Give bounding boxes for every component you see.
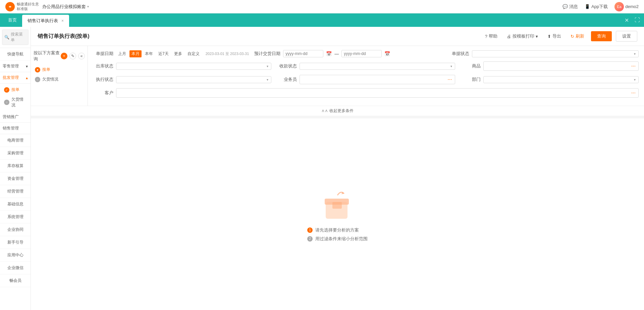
date-tab-more[interactable]: 更多: [172, 50, 184, 57]
filter-collapse-btn[interactable]: ∧∧ 收起更多条件: [31, 106, 644, 116]
date-tab-7days[interactable]: 近7天: [156, 50, 171, 57]
download-icon: 📱: [585, 4, 590, 9]
sidebar-search-btn[interactable]: 🔍 搜索菜单: [2, 30, 29, 45]
refresh-btn[interactable]: ↻ 刷新: [568, 32, 587, 41]
logo-area: 畅捷通好生意 标准版: [5, 2, 39, 11]
sidebar-subitem-shortage[interactable]: ○ 欠货情况: [3, 95, 28, 110]
sidebar-item-sales[interactable]: 销售管理: [0, 123, 31, 134]
export-btn[interactable]: ⬆ 导出: [545, 32, 564, 41]
goods-select[interactable]: ···: [483, 61, 639, 71]
expected-date-start[interactable]: [283, 50, 323, 57]
doc-status-select[interactable]: ▾: [472, 50, 639, 57]
payment-label: 收款状态: [277, 63, 297, 69]
sidebar-subitem-byorder[interactable]: ✓ 按单: [3, 85, 28, 95]
date-tab-this-month[interactable]: 本月: [129, 50, 142, 57]
app-logo-icon: [5, 2, 15, 11]
filter-top: 按以下方案查询 + ✎ « ● 按单 ○ 欠货情况: [31, 46, 644, 106]
empty-text: 1 请先选择要分析的方案 2 用过滤条件来缩小分析范围: [307, 227, 368, 242]
header-right: 💬 消息 📱 App下载 Ea demo2: [562, 2, 639, 11]
wholesale-sub-menu: ✓ 按单 ○ 欠货情况: [0, 84, 31, 111]
sidebar-item-inventory[interactable]: 库存核算: [0, 160, 31, 172]
customer-more-btn[interactable]: ···: [631, 90, 636, 96]
top-header: 畅捷通好生意 标准版 办公用品行业模拟账套 ▾ 💬 消息 📱 App下载 Ea …: [0, 0, 644, 13]
salesman-more-btn[interactable]: ···: [447, 76, 452, 83]
tab-sales-order[interactable]: 销售订单执行表 ×: [22, 15, 69, 27]
filter-main: 单据日期 上月 本月 本年 近7天 更多 自定义 2023-03-01 至 20…: [88, 46, 644, 106]
window-close-btn[interactable]: ✕: [623, 16, 631, 24]
customer-select[interactable]: ···: [116, 88, 639, 98]
window-maximize-btn[interactable]: ⛶: [633, 16, 641, 24]
date-label: 单据日期: [93, 51, 113, 57]
sidebar: 🔍 搜索菜单 快捷导航 零售管理 ▾ 批发管理 ▴ ✓ 按单 ○ 欠货情况: [0, 27, 31, 310]
tab-bar-controls: ✕ ⛶: [623, 16, 641, 24]
refresh-icon: ↻: [571, 34, 574, 39]
print-arrow: ▾: [536, 34, 538, 39]
export-icon: ⬆: [547, 34, 551, 39]
scheme-edit-btn[interactable]: ✎: [69, 53, 76, 59]
dept-select[interactable]: ▾: [483, 76, 639, 83]
date-tab-custom[interactable]: 自定义: [185, 50, 202, 57]
sidebar-item-guide[interactable]: 新手引导: [0, 236, 31, 249]
sidebar-item-wechat[interactable]: 企业微信: [0, 262, 31, 274]
search-icon: 🔍: [4, 35, 9, 40]
sidebar-item-marketing[interactable]: 营销推广: [0, 111, 31, 123]
app-download-btn[interactable]: 📱 App下载: [585, 4, 608, 10]
scheme-option-shortage[interactable]: ○ 欠货情况: [34, 74, 85, 84]
scheme-add-btn[interactable]: +: [61, 53, 67, 59]
sidebar-item-retail[interactable]: 零售管理 ▾: [0, 61, 31, 72]
sidebar-item-member[interactable]: 畅会员: [0, 274, 31, 287]
outstock-arrow: ▾: [267, 64, 268, 68]
scheme-collapse-btn[interactable]: «: [78, 53, 85, 59]
dept-arrow: ▾: [634, 78, 636, 82]
print-icon: 🖨: [507, 34, 511, 39]
sidebar-item-ecommerce[interactable]: 电商管理: [0, 134, 31, 147]
hint1-num: 1: [307, 227, 313, 233]
tab-home[interactable]: 首页: [3, 13, 22, 27]
sidebar-item-basic-info[interactable]: 基础信息: [0, 198, 31, 211]
exec-label: 执行状态: [93, 76, 113, 83]
date-hint: 2023-03-01 至 2023-03-31: [206, 51, 249, 56]
doc-status-arrow: ▾: [634, 52, 636, 56]
scheme-icons: + ✎ «: [61, 53, 85, 59]
goods-more-btn[interactable]: ···: [631, 63, 636, 69]
sidebar-item-wholesale[interactable]: 批发管理 ▴: [0, 72, 31, 84]
active-dot: ✓: [4, 87, 9, 93]
goods-label: 商品: [461, 63, 481, 69]
query-btn[interactable]: 查询: [591, 31, 612, 41]
filter-section: 按以下方案查询 + ✎ « ● 按单 ○ 欠货情况: [31, 46, 644, 116]
sidebar-item-quick-nav[interactable]: 快捷导航: [0, 48, 31, 61]
sidebar-item-system[interactable]: 系统管理: [0, 211, 31, 223]
sidebar-item-purchase[interactable]: 采购管理: [0, 147, 31, 160]
exec-group: 执行状态 ▾: [93, 76, 271, 83]
page-title: 销售订单执行表(按单): [38, 33, 90, 40]
doc-status-group: 单据状态 ▾: [449, 50, 639, 57]
breadcrumb[interactable]: 办公用品行业模拟账套 ▾: [42, 4, 89, 10]
date-tab-this-year[interactable]: 本年: [143, 50, 155, 57]
sidebar-item-operations[interactable]: 经营管理: [0, 185, 31, 198]
print-btn[interactable]: 🖨 按模板打印 ▾: [504, 32, 541, 41]
date-tab-last-month[interactable]: 上月: [116, 50, 128, 57]
chevron-icon: ▾: [26, 64, 28, 69]
salesman-group: 业务员 ···: [277, 75, 455, 84]
empty-illustration: [321, 187, 354, 220]
payment-select[interactable]: ▾: [300, 63, 455, 70]
scheme-option-byorder[interactable]: ● 按单: [34, 65, 85, 74]
help-icon: ?: [485, 34, 487, 39]
empty-svg: [321, 187, 354, 220]
help-btn[interactable]: ? 帮助: [482, 32, 500, 41]
dept-label: 部门: [461, 76, 481, 83]
expected-date-end[interactable]: [341, 50, 382, 57]
settings-btn[interactable]: 设置: [616, 31, 637, 42]
user-profile[interactable]: Ea demo2: [614, 2, 639, 11]
salesman-select[interactable]: ···: [300, 75, 455, 84]
outstock-select[interactable]: ▾: [116, 63, 271, 70]
page-actions: ? 帮助 🖨 按模板打印 ▾ ⬆ 导出 ↻ 刷新 查询 设置: [482, 31, 637, 42]
sidebar-item-finance[interactable]: 资金管理: [0, 172, 31, 185]
exec-select[interactable]: ▾: [116, 76, 271, 83]
header-left: 畅捷通好生意 标准版 办公用品行业模拟账套 ▾: [5, 2, 89, 11]
tab-close-btn[interactable]: ×: [61, 18, 64, 23]
date-separator: —: [334, 51, 339, 56]
sidebar-item-app-center[interactable]: 应用中心: [0, 249, 31, 262]
message-btn[interactable]: 💬 消息: [562, 4, 578, 10]
sidebar-item-enterprise[interactable]: 企业协同: [0, 223, 31, 236]
